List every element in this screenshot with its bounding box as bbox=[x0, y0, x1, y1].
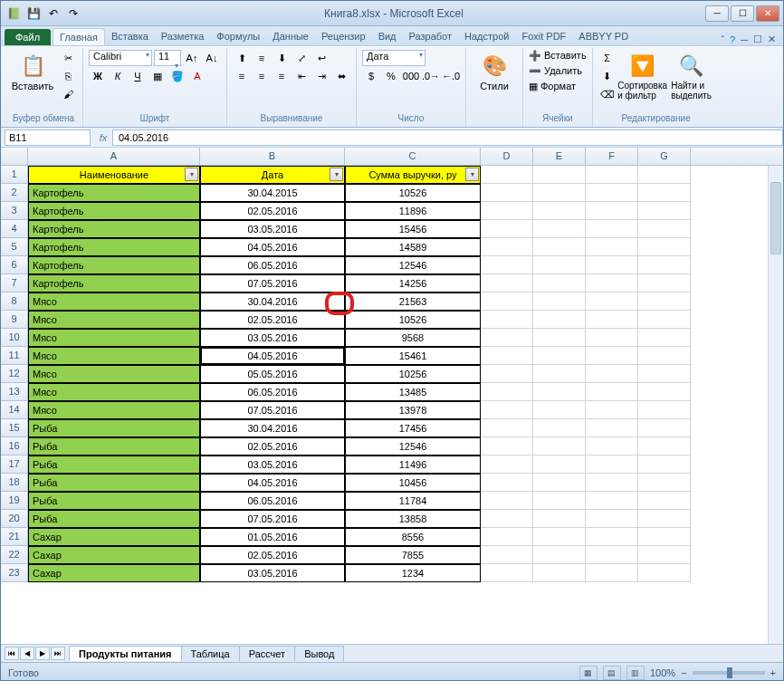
cell-c[interactable]: 14589 bbox=[345, 238, 481, 256]
cell-empty[interactable] bbox=[481, 365, 533, 383]
zoom-slider[interactable] bbox=[693, 671, 765, 675]
cell-empty[interactable] bbox=[586, 401, 638, 419]
cell-c[interactable]: 15456 bbox=[345, 220, 481, 238]
cell-a[interactable]: Мясо bbox=[28, 401, 200, 419]
cell-empty[interactable] bbox=[481, 202, 533, 220]
cell-empty[interactable] bbox=[586, 347, 638, 365]
ribbon-window-max-icon[interactable]: ☐ bbox=[753, 34, 762, 45]
wrap-text-icon[interactable]: ↩ bbox=[312, 50, 330, 66]
cell-1-D[interactable] bbox=[481, 166, 533, 184]
format-painter-icon[interactable]: 🖌 bbox=[59, 86, 77, 102]
cell-empty[interactable] bbox=[533, 564, 586, 582]
header-cell-A[interactable]: Наименование bbox=[28, 166, 200, 184]
cell-b[interactable]: 02.05.2016 bbox=[200, 437, 345, 456]
ribbon-window-close-icon[interactable]: ✕ bbox=[768, 34, 776, 45]
cell-empty[interactable] bbox=[638, 546, 691, 564]
cell-b[interactable]: 06.05.2016 bbox=[200, 256, 345, 274]
normal-view-icon[interactable]: ▦ bbox=[579, 666, 598, 680]
row-header-20[interactable]: 20 bbox=[1, 510, 28, 528]
cell-a[interactable]: Сахар bbox=[28, 546, 200, 564]
cell-b[interactable]: 05.05.2016 bbox=[200, 365, 345, 383]
cell-empty[interactable] bbox=[638, 311, 691, 329]
header-cell-B[interactable]: Дата bbox=[200, 166, 345, 184]
sheet-tab-0[interactable]: Продукты питания bbox=[69, 646, 182, 661]
cell-c[interactable]: 11496 bbox=[345, 456, 481, 474]
sheet-tab-2[interactable]: Рассчет bbox=[239, 646, 296, 661]
save-icon[interactable]: 💾 bbox=[24, 5, 43, 23]
row-header-21[interactable]: 21 bbox=[1, 528, 28, 546]
cell-empty[interactable] bbox=[586, 184, 638, 202]
ribbon-tab-0[interactable]: Главная bbox=[53, 28, 105, 45]
cell-c[interactable]: 13485 bbox=[345, 383, 481, 401]
zoom-in-icon[interactable]: + bbox=[770, 667, 776, 678]
row-header-7[interactable]: 7 bbox=[1, 274, 28, 293]
cell-empty[interactable] bbox=[638, 419, 691, 437]
cell-c[interactable]: 12546 bbox=[345, 437, 481, 456]
cell-empty[interactable] bbox=[638, 329, 691, 347]
merge-icon[interactable]: ⬌ bbox=[332, 68, 350, 84]
cell-empty[interactable] bbox=[533, 456, 586, 474]
cell-empty[interactable] bbox=[638, 274, 691, 293]
cell-empty[interactable] bbox=[481, 311, 533, 329]
cell-b[interactable]: 04.05.2016 bbox=[200, 347, 345, 365]
align-top-icon[interactable]: ⬆ bbox=[233, 50, 251, 66]
cell-a[interactable]: Картофель bbox=[28, 220, 200, 238]
currency-icon[interactable]: $ bbox=[362, 68, 380, 84]
cell-b[interactable]: 03.05.2016 bbox=[200, 564, 345, 582]
cell-c[interactable]: 10526 bbox=[345, 311, 481, 329]
indent-increase-icon[interactable]: ⇥ bbox=[312, 68, 330, 84]
cell-a[interactable]: Рыба bbox=[28, 474, 200, 492]
cut-icon[interactable]: ✂ bbox=[59, 50, 77, 66]
cell-b[interactable]: 30.04.2015 bbox=[200, 184, 345, 202]
font-color-icon[interactable]: A bbox=[188, 68, 206, 84]
cell-empty[interactable] bbox=[533, 401, 586, 419]
cell-empty[interactable] bbox=[533, 365, 586, 383]
align-right-icon[interactable]: ≡ bbox=[272, 68, 291, 84]
paste-button[interactable]: 📋 Вставить bbox=[10, 50, 55, 93]
cell-empty[interactable] bbox=[533, 256, 586, 274]
cell-b[interactable]: 01.05.2016 bbox=[200, 528, 345, 546]
format-cells-button[interactable]: ▦Формат bbox=[529, 81, 587, 92]
ribbon-tab-7[interactable]: Разработ bbox=[403, 28, 458, 45]
redo-icon[interactable]: ↷ bbox=[64, 5, 82, 23]
cell-c[interactable]: 14256 bbox=[345, 274, 481, 293]
cell-a[interactable]: Картофель bbox=[28, 274, 200, 293]
cell-empty[interactable] bbox=[533, 329, 586, 347]
cell-empty[interactable] bbox=[586, 202, 638, 220]
ribbon-tab-2[interactable]: Разметка bbox=[155, 28, 211, 45]
cell-a[interactable]: Картофель bbox=[28, 184, 200, 202]
cell-empty[interactable] bbox=[638, 510, 691, 528]
ribbon-window-min-icon[interactable]: ─ bbox=[741, 34, 748, 45]
indent-decrease-icon[interactable]: ⇤ bbox=[292, 68, 311, 84]
row-header-13[interactable]: 13 bbox=[1, 383, 28, 401]
bold-icon[interactable]: Ж bbox=[89, 68, 107, 84]
cell-empty[interactable] bbox=[586, 528, 638, 546]
cell-empty[interactable] bbox=[481, 474, 533, 492]
orientation-icon[interactable]: ⤢ bbox=[292, 50, 311, 66]
row-header-1[interactable]: 1 bbox=[1, 166, 28, 184]
header-cell-C[interactable]: Сумма выручки, ру bbox=[345, 166, 481, 184]
cell-a[interactable]: Мясо bbox=[28, 311, 200, 329]
cell-empty[interactable] bbox=[586, 365, 638, 383]
row-header-3[interactable]: 3 bbox=[1, 202, 28, 220]
excel-icon[interactable]: 📗 bbox=[5, 5, 23, 23]
column-header-D[interactable]: D bbox=[481, 148, 533, 165]
font-size-combo[interactable]: 11 bbox=[154, 50, 181, 66]
cell-empty[interactable] bbox=[533, 220, 586, 238]
row-header-14[interactable]: 14 bbox=[1, 401, 28, 419]
cell-empty[interactable] bbox=[481, 347, 533, 365]
decrease-font-icon[interactable]: A↓ bbox=[203, 50, 221, 66]
copy-icon[interactable]: ⎘ bbox=[59, 68, 77, 84]
cell-b[interactable]: 03.05.2016 bbox=[200, 220, 345, 238]
cell-empty[interactable] bbox=[481, 528, 533, 546]
percent-icon[interactable]: % bbox=[382, 68, 400, 84]
cell-b[interactable]: 04.05.2016 bbox=[200, 238, 345, 256]
cell-a[interactable]: Мясо bbox=[28, 383, 200, 401]
cell-empty[interactable] bbox=[481, 510, 533, 528]
filter-button-C[interactable] bbox=[465, 168, 479, 181]
cell-empty[interactable] bbox=[481, 184, 533, 202]
cell-empty[interactable] bbox=[586, 311, 638, 329]
delete-cells-button[interactable]: ➖Удалить bbox=[529, 65, 587, 77]
cell-a[interactable]: Мясо bbox=[28, 293, 200, 311]
cell-empty[interactable] bbox=[638, 401, 691, 419]
